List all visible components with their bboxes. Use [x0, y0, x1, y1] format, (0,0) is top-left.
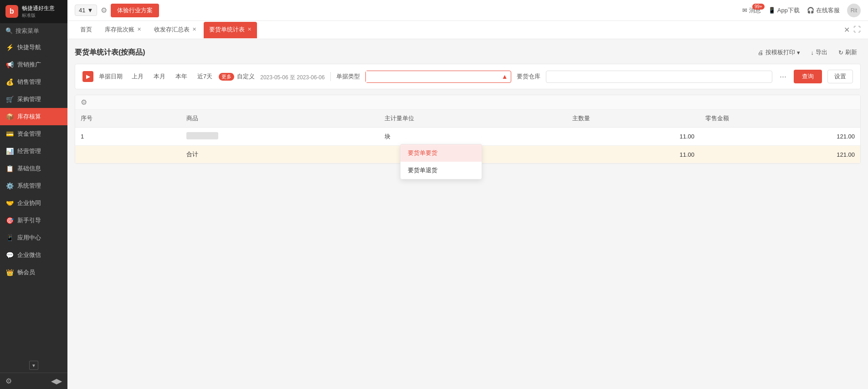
tab-inventory-batch-label: 库存批次账 — [105, 26, 134, 34]
dropdown-item-order-goods-label: 要货单要货 — [408, 149, 437, 156]
tabs-bar: 首页 库存批次账 ✕ 收发存汇总表 ✕ 要货单统计表 ✕ ✕ ⛶ — [67, 21, 868, 39]
col-unit: 主计量单位 — [379, 110, 567, 128]
online-service-btn[interactable]: 🎧 在线客服 — [807, 6, 840, 15]
nav-icon-inventory: 📦 — [5, 113, 14, 121]
col-product: 商品 — [181, 110, 379, 128]
date-custom-btn[interactable]: 自定义 — [237, 72, 255, 81]
tab-inventory-batch[interactable]: 库存批次账 ✕ — [99, 22, 147, 38]
table-toolbar: ⚙ — [75, 95, 860, 110]
tab-order-summary[interactable]: 要货单统计表 ✕ — [204, 22, 257, 38]
sidebar-search[interactable]: 🔍 搜索菜单 — [0, 23, 67, 39]
main-area: 41 ▼ ⚙ 体验行业方案 ✉ 消息 99+ 📱 App下载 🎧 在线客服 Ri… — [67, 0, 868, 389]
dropdown-item-order-return[interactable]: 要货单退货 — [401, 162, 482, 179]
app-download-btn[interactable]: 📱 App下载 — [768, 6, 800, 15]
sidebar-nav: ⚡ 快捷导航 📢 营销推广 💰 销售管理 🛒 采购管理 📦 库存核算 💳 资金管… — [0, 39, 67, 358]
tab-home[interactable]: 首页 — [75, 22, 98, 38]
topbar: 41 ▼ ⚙ 体验行业方案 ✉ 消息 99+ 📱 App下载 🎧 在线客服 Ri… — [67, 0, 868, 21]
close-tab-order-summary[interactable]: ✕ — [247, 26, 252, 32]
nav-label-enterprise: 企业协同 — [17, 199, 41, 207]
nav-icon-system: ⚙️ — [5, 182, 14, 190]
sidebar-item-inventory[interactable]: 📦 库存核算 — [0, 108, 67, 125]
filter-divider — [330, 72, 331, 81]
filter-row: ▶ 单据日期 上月 本月 本年 近7天 更多 自定义 2023-05-06 至 … — [82, 70, 853, 83]
company-selector[interactable]: 41 ▼ — [75, 5, 97, 16]
cell-no: 1 — [75, 128, 181, 146]
topbar-left: 41 ▼ ⚙ 体验行业方案 — [75, 4, 737, 17]
print-chevron-icon: ▾ — [797, 49, 800, 56]
table-settings-icon[interactable]: ⚙ — [81, 98, 87, 107]
sidebar-item-quick-nav[interactable]: ⚡ 快捷导航 — [0, 39, 67, 56]
export-btn[interactable]: ↓ 导出 — [807, 46, 832, 58]
sidebar-item-sales[interactable]: 💰 销售管理 — [0, 73, 67, 91]
topbar-right: ✉ 消息 99+ 📱 App下载 🎧 在线客服 Rit — [742, 4, 861, 17]
messages-btn[interactable]: ✉ 消息 99+ — [742, 6, 761, 15]
cell-product — [181, 128, 379, 146]
cell-unit: 块 — [379, 128, 567, 146]
date-up-btn[interactable]: 上月 — [128, 71, 147, 82]
brand-name: 畅捷通好生意 — [22, 5, 55, 12]
filter-expand-btn[interactable]: ▶ — [82, 71, 93, 82]
nav-label-system: 系统管理 — [17, 182, 41, 190]
date-current-btn[interactable]: 本月 — [150, 71, 169, 82]
user-avatar[interactable]: Rit — [847, 4, 861, 17]
date-year-btn[interactable]: 本年 — [172, 71, 191, 82]
sidebar-item-wechat[interactable]: 💬 企业微信 — [0, 246, 67, 264]
cell-quantity: 11.00 — [567, 128, 700, 146]
footer-empty-1 — [75, 146, 181, 164]
headset-icon: 🎧 — [807, 7, 814, 14]
settings-btn[interactable]: 设置 — [827, 70, 853, 83]
print-label: 按模板打印 — [765, 48, 795, 56]
page-header: 要货单统计表(按商品) 🖨 按模板打印 ▾ ↓ 导出 ↻ 刷新 — [75, 46, 861, 58]
type-input[interactable] — [366, 71, 499, 82]
date-range: 2023-05-06 至 2023-06-06 — [260, 74, 324, 82]
sidebar-item-marketing[interactable]: 📢 营销推广 — [0, 56, 67, 73]
sidebar-bottom: ⚙ ◀▶ — [0, 373, 67, 389]
query-btn[interactable]: 查询 — [794, 70, 822, 83]
footer-amount: 121.00 — [700, 146, 860, 164]
date-label: 单据日期 — [99, 72, 123, 81]
sidebar-item-purchase[interactable]: 🛒 采购管理 — [0, 91, 67, 108]
date-more-badge[interactable]: 更多 — [219, 73, 234, 81]
nav-label-basic: 基础信息 — [17, 164, 41, 173]
col-no: 序号 — [75, 110, 181, 128]
settings-icon[interactable]: ⚙ — [5, 377, 12, 385]
refresh-btn[interactable]: ↻ 刷新 — [835, 46, 861, 58]
filter-more-btn[interactable]: ··· — [778, 72, 788, 82]
sidebar-item-basic[interactable]: 📋 基础信息 — [0, 160, 67, 177]
collapse-sidebar-icon[interactable]: ◀▶ — [51, 377, 62, 385]
date-shortcuts: 上月 本月 本年 近7天 更多 自定义 — [128, 71, 255, 82]
brand-sub: 标准版 — [22, 12, 55, 19]
scroll-down-btn[interactable]: ▼ — [29, 361, 38, 370]
sidebar-item-enterprise[interactable]: 🤝 企业协同 — [0, 194, 67, 212]
sidebar-item-system[interactable]: ⚙️ 系统管理 — [0, 177, 67, 194]
cell-amount: 121.00 — [700, 128, 860, 146]
close-tab-inventory-batch[interactable]: ✕ — [137, 26, 141, 32]
sidebar-item-newuser[interactable]: 🎯 新手引导 — [0, 212, 67, 229]
nav-icon-quick-nav: ⚡ — [5, 43, 14, 51]
type-label: 单据类型 — [336, 72, 360, 81]
sidebar-item-member[interactable]: 👑 畅会员 — [0, 264, 67, 281]
dropdown-item-order-goods[interactable]: 要货单要货 — [401, 144, 482, 162]
close-all-tabs-icon[interactable]: ✕ — [844, 26, 850, 34]
trial-btn[interactable]: 体验行业方案 — [111, 4, 159, 17]
print-btn[interactable]: 🖨 按模板打印 ▾ — [754, 46, 804, 58]
table-row: 1 块 11.00 121.00 — [75, 128, 860, 146]
warehouse-input[interactable] — [546, 71, 772, 83]
refresh-label: 刷新 — [845, 48, 857, 56]
close-tab-receive-summary[interactable]: ✕ — [192, 26, 196, 32]
type-dropdown-arrow[interactable]: ▲ — [499, 73, 511, 80]
expand-tabs-icon[interactable]: ⛶ — [853, 26, 861, 34]
sidebar-item-finance[interactable]: 💳 资金管理 — [0, 125, 67, 143]
sidebar-item-appstore[interactable]: 📱 应用中心 — [0, 229, 67, 246]
nav-icon-enterprise: 🤝 — [5, 199, 14, 207]
date-recent-btn[interactable]: 近7天 — [194, 71, 216, 82]
company-value: 41 — [79, 7, 85, 14]
sidebar-scroll-down: ▼ — [0, 358, 67, 373]
service-label: 在线客服 — [816, 6, 840, 15]
table-header-row: 序号 商品 主计量单位 主数量 零售金额 — [75, 110, 860, 128]
app-download-label: App下载 — [777, 6, 800, 15]
nav-label-purchase: 采购管理 — [17, 95, 41, 103]
topbar-gear-icon[interactable]: ⚙ — [101, 6, 107, 15]
tab-receive-summary[interactable]: 收发存汇总表 ✕ — [149, 22, 202, 38]
sidebar-item-operations[interactable]: 📊 经营管理 — [0, 143, 67, 160]
